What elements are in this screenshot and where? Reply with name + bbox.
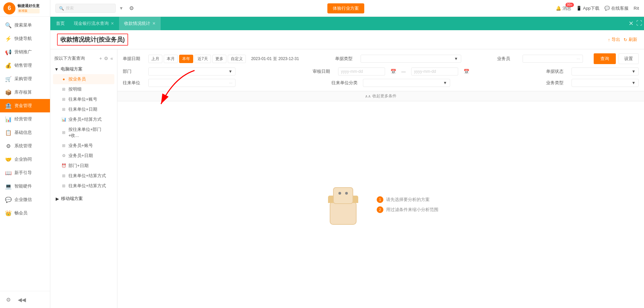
doc-type-select[interactable]: ▼ bbox=[361, 55, 461, 63]
panel-settings-icon[interactable]: ⚙ bbox=[104, 56, 108, 61]
salesperson-more-icon: ··· bbox=[577, 56, 580, 61]
business-type-select[interactable]: ▼ bbox=[572, 79, 639, 87]
panel-collapse-icon[interactable]: « bbox=[110, 56, 113, 61]
salesperson-select[interactable]: ··· bbox=[523, 55, 583, 63]
date-from: 2023-01-01 bbox=[251, 56, 272, 61]
sidebar-item-label: 系统管理 bbox=[14, 143, 32, 149]
date-btn-more[interactable]: 更多 bbox=[212, 55, 226, 63]
guide-icon: 📖 bbox=[5, 169, 12, 176]
topbar-gear-icon[interactable]: ⚙ bbox=[127, 4, 136, 13]
settings-bottom-btn[interactable]: ⚙ bbox=[3, 295, 13, 305]
counterpart-label: 往来单位 bbox=[123, 80, 143, 86]
sidebar-item-basic-info[interactable]: 📋 基础信息 bbox=[0, 126, 50, 139]
counterpart-select[interactable]: ··· bbox=[148, 79, 235, 87]
settings-btn[interactable]: 设置 bbox=[619, 53, 639, 64]
empty-illustration bbox=[323, 185, 363, 225]
counterpart-category-select[interactable]: ▼ bbox=[363, 79, 450, 87]
filter-area: 单据日期 上月 本月 本年 近7天 更多 自定义 2023-01-01 至 bbox=[117, 49, 644, 91]
scheme-item-unit-account[interactable]: ⊞ 往来单位+账号 bbox=[53, 94, 114, 104]
mobile-scheme-group: ▶ 移动端方案 bbox=[50, 194, 117, 204]
sidebar-item-member[interactable]: 👑 畅会员 bbox=[0, 206, 50, 220]
scheme-item-by-salesperson[interactable]: ● 按业务员 bbox=[53, 74, 114, 84]
robot-face bbox=[333, 187, 353, 204]
online-service-btn[interactable]: 💬 在线客服 bbox=[604, 5, 629, 11]
tabbar: 首页 现金银行流水查询 ✕ 收款情况统计 ✕ ✕ ⛶ bbox=[50, 17, 644, 30]
tab-collection-stats[interactable]: 收款情况统计 ✕ bbox=[119, 17, 161, 30]
filter-row-3: 往来单位 ··· 往来单位分类 ▼ 业务类型 bbox=[123, 79, 639, 87]
scheme-item-salesperson-settle[interactable]: 📊 业务员+结算方式 bbox=[53, 114, 114, 124]
topbar-search-box[interactable]: 🔍 搜索 bbox=[55, 4, 116, 13]
dept-select[interactable]: ▼ bbox=[148, 67, 235, 75]
sidebar-item-operations[interactable]: 📊 经营管理 bbox=[0, 112, 50, 126]
sidebar: 6 畅捷通好生意 标准版 🔍 搜索菜单 ⚡ 快捷导航 📢 营销推广 💰 销售管理… bbox=[0, 0, 50, 308]
scheme-item-label: 部门+日期 bbox=[68, 163, 89, 169]
topbar-dropdown-arrow[interactable]: ▼ bbox=[119, 6, 123, 11]
sidebar-item-search[interactable]: 🔍 搜索菜单 bbox=[0, 18, 50, 32]
scheme-item-unit-dept-collect[interactable]: ⊞ 按往来单位+部门+收... bbox=[53, 124, 114, 141]
audit-calendar-icon-1[interactable]: 📅 bbox=[390, 69, 396, 74]
audit-date-from[interactable]: yyyy-mm-dd bbox=[338, 67, 385, 75]
sidebar-item-marketing[interactable]: 📢 营销推广 bbox=[0, 45, 50, 59]
sidebar-item-sales[interactable]: 💰 销售管理 bbox=[0, 59, 50, 72]
tab-bank-flow[interactable]: 现金银行流水查询 ✕ bbox=[69, 17, 119, 30]
scheme-item-by-detail[interactable]: ⊞ 按明细 bbox=[53, 84, 114, 94]
sidebar-item-label: 库存核算 bbox=[14, 89, 32, 95]
scheme-item-unit-settle1[interactable]: ⊞ 往来单位+结算方式 bbox=[53, 171, 114, 181]
counterpart-more-dots: ··· bbox=[229, 81, 232, 85]
panel-header: 按以下方案查询 + ⚙ « bbox=[50, 53, 117, 64]
scheme-item-salesperson-account[interactable]: ⊞ 业务员+账号 bbox=[53, 141, 114, 151]
doc-status-label: 单据状态 bbox=[546, 68, 566, 74]
date-btn-custom[interactable]: 自定义 bbox=[228, 55, 246, 63]
collapse-bar[interactable]: ∧∧ 收起更多条件 bbox=[117, 91, 644, 101]
sidebar-item-inventory[interactable]: 📦 库存核算 bbox=[0, 86, 50, 99]
trial-btn[interactable]: 体验行业方案 bbox=[327, 3, 364, 13]
hint-text-1: 请先选择要分析的方案 bbox=[386, 197, 430, 203]
window-close-btn[interactable]: ✕ bbox=[629, 20, 634, 27]
window-maximize-btn[interactable]: ⛶ bbox=[636, 20, 642, 27]
wechat-icon: 💬 bbox=[5, 196, 12, 203]
tab-bank-flow-close[interactable]: ✕ bbox=[111, 21, 114, 26]
date-btn-last-month[interactable]: 上月 bbox=[148, 55, 162, 63]
audit-calendar-icon-2[interactable]: 📅 bbox=[464, 69, 469, 74]
query-btn[interactable]: 查询 bbox=[594, 53, 616, 64]
tabbar-actions: ✕ ⛶ bbox=[629, 20, 642, 27]
refresh-label: 刷新 bbox=[629, 37, 637, 43]
date-btn-this-month[interactable]: 本月 bbox=[164, 55, 178, 63]
doc-status-select[interactable]: ▼ bbox=[572, 67, 639, 75]
finance-icon: 🏦 bbox=[5, 102, 12, 109]
scheme-item-salesperson-date[interactable]: ⚙ 业务员+日期 bbox=[53, 151, 114, 161]
sidebar-item-finance[interactable]: 🏦 资金管理 bbox=[0, 99, 50, 112]
sidebar-item-wechat[interactable]: 💬 企业微信 bbox=[0, 193, 50, 206]
sidebar-item-label: 企业微信 bbox=[14, 197, 32, 203]
tab-home[interactable]: 首页 bbox=[52, 17, 69, 30]
message-btn[interactable]: 🔔 消息 99+ bbox=[556, 5, 571, 11]
hint-num-1: 1 bbox=[377, 196, 383, 203]
scheme-item-label: 业务员+账号 bbox=[68, 143, 93, 149]
sidebar-item-system[interactable]: ⚙ 系统管理 bbox=[0, 139, 50, 153]
mobile-group-title[interactable]: ▶ 移动端方案 bbox=[53, 194, 114, 204]
tab-collection-stats-close[interactable]: ✕ bbox=[152, 21, 156, 26]
collapse-btn[interactable]: ◀◀ bbox=[17, 295, 27, 305]
doc-type-dropdown-icon: ▼ bbox=[454, 56, 458, 61]
empty-hint-2: 2 用过滤条件来缩小分析范围 bbox=[377, 206, 438, 213]
date-btn-7days[interactable]: 近7天 bbox=[195, 55, 211, 63]
date-btn-this-year[interactable]: 本年 bbox=[179, 55, 193, 63]
robot-eye-right bbox=[345, 192, 348, 195]
scheme-item-unit-settle2[interactable]: ⊞ 往来单位+结算方式 bbox=[53, 181, 114, 191]
robot-eye-left bbox=[338, 192, 341, 195]
desktop-group-title[interactable]: ▼ 电脑端方案 bbox=[53, 64, 114, 74]
refresh-btn[interactable]: ↻ 刷新 bbox=[624, 37, 637, 43]
user-name[interactable]: Rit bbox=[634, 6, 639, 11]
app-download-btn[interactable]: 📱 App下载 bbox=[576, 5, 599, 11]
export-btn[interactable]: ↑ 导出 bbox=[608, 37, 621, 43]
scheme-item-unit-date[interactable]: ⊞ 往来单位+日期 bbox=[53, 104, 114, 114]
sidebar-item-purchase[interactable]: 🛒 采购管理 bbox=[0, 72, 50, 86]
panel-add-icon[interactable]: + bbox=[99, 56, 102, 61]
sidebar-item-quick-nav[interactable]: ⚡ 快捷导航 bbox=[0, 32, 50, 45]
audit-date-to[interactable]: yyyy-mm-dd bbox=[411, 67, 458, 75]
scheme-item-label: 按明细 bbox=[68, 86, 82, 92]
scheme-item-dept-date[interactable]: ⏰ 部门+日期 bbox=[53, 161, 114, 171]
sidebar-item-enterprise[interactable]: 🤝 企业协同 bbox=[0, 153, 50, 166]
sidebar-item-guide[interactable]: 📖 新手引导 bbox=[0, 166, 50, 179]
sidebar-item-hardware[interactable]: 💻 智能硬件 bbox=[0, 179, 50, 193]
